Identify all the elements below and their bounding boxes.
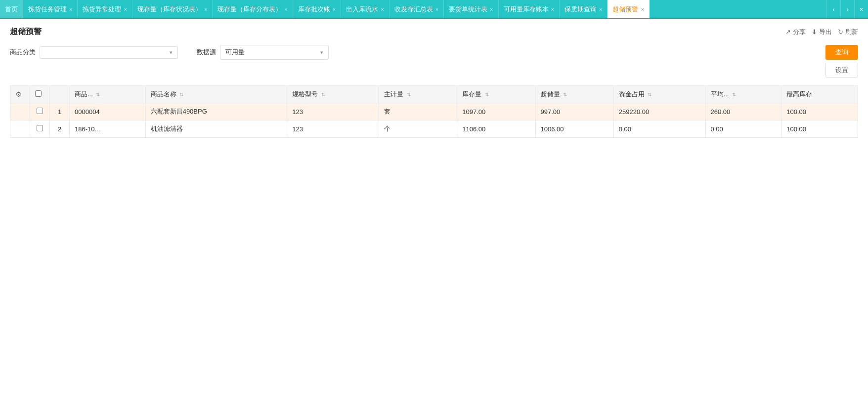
export-action[interactable]: ⬇ 导出	[812, 28, 832, 37]
row-max-stock-1: 100.00	[781, 120, 858, 138]
th-product-code[interactable]: 商品... ⇅	[70, 86, 146, 103]
th-settings[interactable]: ⚙	[10, 86, 30, 103]
close-tab-7[interactable]: ×	[435, 6, 438, 12]
close-tab-9[interactable]: ×	[551, 6, 554, 12]
row-num-1: 2	[50, 120, 70, 138]
sort-icon-capital[interactable]: ⇅	[648, 92, 651, 97]
sort-icon-spec[interactable]: ⇅	[321, 92, 325, 97]
table-row: 2 186-10... 机油滤清器 123 个 1106.00 1006.00 …	[10, 120, 858, 138]
refresh-icon: ↻	[838, 28, 843, 36]
nav-tab-9[interactable]: 可用量库存账本 ×	[499, 0, 560, 18]
close-tab-11[interactable]: ×	[641, 6, 644, 12]
sort-icon-over-stock[interactable]: ⇅	[563, 92, 567, 97]
row-over-stock-0: 997.00	[535, 103, 613, 120]
th-checkbox[interactable]	[30, 86, 50, 103]
table-row: 1 0000004 六配套新昌490BPG 123 套 1097.00 997.…	[10, 103, 858, 120]
th-unit[interactable]: 主计量 ⇅	[379, 86, 457, 103]
settings-button[interactable]: 设置	[825, 63, 858, 78]
row-capital-0: 259220.00	[613, 103, 705, 120]
row-checkbox-0[interactable]	[30, 103, 50, 120]
close-tab-10[interactable]: ×	[599, 6, 602, 12]
th-stock[interactable]: 库存量 ⇅	[457, 86, 535, 103]
close-tab-6[interactable]: ×	[381, 6, 384, 12]
export-label: 导出	[819, 28, 832, 37]
close-tab-3[interactable]: ×	[204, 6, 207, 12]
row-settings-1[interactable]	[10, 120, 30, 138]
nav-tab-3[interactable]: 现存量（库存状况表） ×	[132, 0, 213, 18]
row-spec-0: 123	[287, 103, 379, 120]
th-max-stock[interactable]: 最高库存	[781, 86, 858, 103]
sort-icon-avg[interactable]: ⇅	[732, 92, 736, 97]
nav-tab-7[interactable]: 收发存汇总表 ×	[390, 0, 444, 18]
nav-tab-1[interactable]: 拣货任务管理 ×	[23, 0, 78, 18]
nav-home[interactable]: 首页	[0, 0, 23, 18]
page-header: 超储预警 ↗ 分享 ⬇ 导出 ↻ 刷新	[10, 27, 858, 37]
data-table: ⚙ 商品... ⇅ 商品名称 ⇅ 规格型号 ⇅	[10, 85, 858, 138]
row-unit-1: 个	[379, 120, 457, 138]
row-select-1[interactable]	[37, 125, 43, 131]
sort-icon-unit[interactable]: ⇅	[407, 92, 411, 97]
nav-tab-11[interactable]: 超储预警 ×	[608, 0, 649, 18]
sort-icon-product-name[interactable]: ⇅	[179, 92, 183, 97]
th-product-name[interactable]: 商品名称 ⇅	[145, 86, 287, 103]
th-num	[50, 86, 70, 103]
share-icon: ↗	[785, 28, 791, 36]
nav-tab-5[interactable]: 库存批次账 ×	[293, 0, 341, 18]
share-action[interactable]: ↗ 分享	[785, 28, 806, 37]
row-settings-0[interactable]	[10, 103, 30, 120]
row-checkbox-1[interactable]	[30, 120, 50, 138]
share-label: 分享	[793, 28, 806, 37]
filter-buttons: 查询 设置	[825, 45, 858, 78]
row-stock-1: 1106.00	[457, 120, 535, 138]
close-tab-2[interactable]: ×	[124, 6, 127, 12]
th-spec[interactable]: 规格型号 ⇅	[287, 86, 379, 103]
product-category-arrow-icon: ▾	[170, 49, 173, 56]
refresh-label: 刷新	[845, 28, 858, 37]
row-capital-1: 0.00	[613, 120, 705, 138]
settings-col-icon[interactable]: ⚙	[15, 90, 22, 98]
select-all-checkbox[interactable]	[35, 90, 42, 97]
top-navigation: 首页 拣货任务管理 × 拣货异常处理 × 现存量（库存状况表） × 现存量（库存…	[0, 0, 868, 19]
nav-tab-8[interactable]: 要货单统计表 ×	[444, 0, 498, 18]
nav-arrows: ‹ › ×	[826, 0, 868, 19]
close-tab-5[interactable]: ×	[333, 6, 336, 12]
row-product-name-1: 机油滤清器	[145, 120, 287, 138]
close-tab-8[interactable]: ×	[490, 6, 493, 12]
nav-tab-2[interactable]: 拣货异常处理 ×	[78, 0, 132, 18]
data-source-select[interactable]: 可用量 ▾	[220, 45, 329, 60]
nav-tab-10[interactable]: 保质期查询 ×	[560, 0, 608, 18]
sort-icon-stock[interactable]: ⇅	[485, 92, 489, 97]
data-source-filter: 数据源 可用量 ▾	[197, 45, 329, 60]
nav-tab-4[interactable]: 现存量（库存分布表） ×	[213, 0, 293, 18]
row-over-stock-1: 1006.00	[535, 120, 613, 138]
row-product-name-0: 六配套新昌490BPG	[145, 103, 287, 120]
nav-next-arrow[interactable]: ›	[840, 0, 854, 19]
th-capital[interactable]: 资金占用 ⇅	[613, 86, 705, 103]
row-product-code-1: 186-10...	[70, 120, 146, 138]
product-category-filter: 商品分类 ▾	[10, 46, 178, 59]
close-tab-1[interactable]: ×	[69, 6, 72, 12]
nav-tab-6[interactable]: 出入库流水 ×	[341, 0, 389, 18]
row-avg-1: 0.00	[705, 120, 781, 138]
row-unit-0: 套	[379, 103, 457, 120]
row-product-code-0: 0000004	[70, 103, 146, 120]
th-avg[interactable]: 平均... ⇅	[705, 86, 781, 103]
row-select-0[interactable]	[37, 108, 43, 114]
page-title: 超储预警	[10, 27, 42, 37]
data-source-label: 数据源	[197, 48, 216, 57]
close-tab-4[interactable]: ×	[284, 6, 287, 12]
query-button[interactable]: 查询	[825, 45, 858, 60]
row-avg-0: 260.00	[705, 103, 781, 120]
nav-close-arrow[interactable]: ×	[854, 0, 868, 19]
th-over-stock[interactable]: 超储量 ⇅	[535, 86, 613, 103]
data-source-value: 可用量	[225, 48, 245, 57]
table-header-row: ⚙ 商品... ⇅ 商品名称 ⇅ 规格型号 ⇅	[10, 86, 858, 103]
product-category-select[interactable]: ▾	[40, 46, 178, 59]
row-max-stock-0: 100.00	[781, 103, 858, 120]
sort-icon-product-code[interactable]: ⇅	[96, 92, 100, 97]
nav-prev-arrow[interactable]: ‹	[826, 0, 840, 19]
row-spec-1: 123	[287, 120, 379, 138]
refresh-action[interactable]: ↻ 刷新	[838, 28, 858, 37]
row-num-0: 1	[50, 103, 70, 120]
data-source-arrow-icon: ▾	[320, 49, 323, 56]
